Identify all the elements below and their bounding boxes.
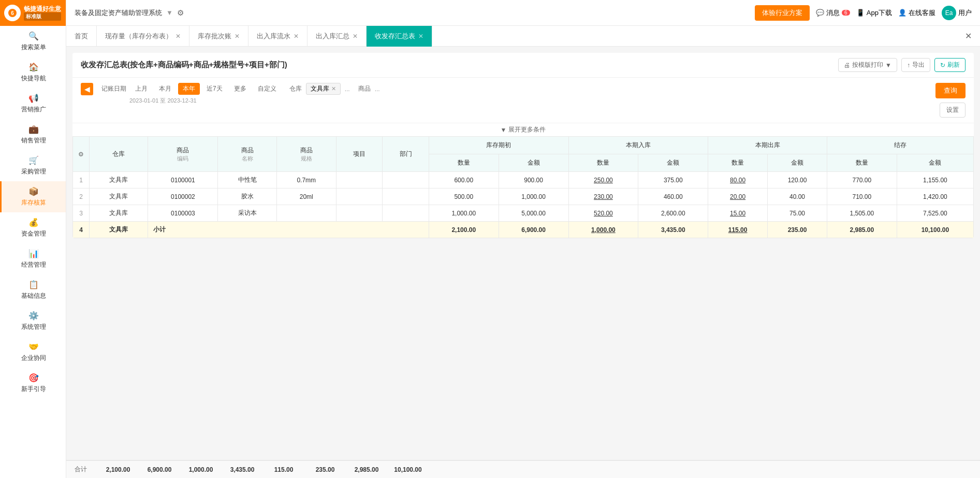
refresh-btn[interactable]: ↻ 刷新 [934,58,966,72]
row-goods-code: 0100003 [148,205,218,222]
set-btn[interactable]: 设置 [940,103,966,118]
app-download-btn[interactable]: 📱 App下载 [856,8,892,18]
row-out-qty[interactable]: 80.00 [708,172,768,189]
online-service-btn[interactable]: 👤 在线客服 [898,8,935,18]
query-btn[interactable]: 查询 [935,83,966,98]
row-close-qty: 710.00 [827,189,897,205]
sub-out-amt: 235.00 [768,222,827,238]
row-in-amt: 375.00 [638,172,708,189]
row-in-qty[interactable]: 520.00 [568,205,638,222]
sub-out-qty[interactable]: 115.00 [708,222,768,238]
row-out-qty[interactable]: 15.00 [708,205,768,222]
sidebar-item-system[interactable]: ⚙️ 系统管理 [0,306,66,337]
sub-warehouse: 文具库 [90,222,148,238]
service-icon: 👤 [898,9,906,17]
th-department: 部门 [383,137,429,172]
footer-label: 合计 [75,465,87,474]
sidebar-item-search[interactable]: 🔍 搜索菜单 [0,26,66,57]
date-btn-this-year[interactable]: 本年 [178,83,200,95]
row-open-qty: 1,000.00 [429,205,499,222]
gear-icon[interactable]: ⚙ [177,8,184,18]
footer-values: 2,100.00 6,900.00 1,000.00 3,435.00 115.… [97,466,972,473]
data-table: ⚙ 仓库 商品编码 商品名称 商品规格 项目 部门 库存期初 本期入库 本期出库… [72,136,974,238]
tab-inout-summary[interactable]: 出入库汇总 ✕ [308,26,367,47]
goods-more-btn[interactable]: ... [375,85,380,93]
row-out-amt: 75.00 [768,205,827,222]
row-num: 1 [73,172,90,189]
tab-close-icon[interactable]: ✕ [353,33,358,40]
sidebar-item-guide[interactable]: 🎯 新手引导 [0,368,66,399]
sidebar-item-label: 经营管理 [21,260,46,269]
tab-home[interactable]: 首页 [66,26,97,47]
tab-inout-flow[interactable]: 出入库流水 ✕ [248,26,308,47]
date-btn-last-month[interactable]: 上月 [130,83,152,95]
warehouse-value: 文具库 [311,84,329,93]
tab-label: 库存批次账 [198,32,231,41]
system-icon: ⚙️ [28,311,39,321]
export-btn[interactable]: ↑ 导出 [901,58,930,72]
date-btn-more[interactable]: 更多 [229,83,251,95]
warehouse-filter: 仓库 文具库 ✕ ... [289,83,350,95]
subtotal-row: 4 文具库 小计 2,100.00 6,900.00 1,000.00 3,43… [73,222,974,238]
messages-label: 消息 [826,8,840,18]
date-btn-custom[interactable]: 自定义 [253,83,281,95]
sub-num: 4 [73,222,90,238]
expand-icon: ▼ [501,126,507,134]
sidebar: 6 畅捷通好生意 标准版 🔍 搜索菜单 🏠 快捷导航 📢 营销推广 💼 销售管理… [0,0,66,478]
user-btn[interactable]: Ea 用户 [942,6,972,20]
filter-fields: 记账日期 上月 本月 本年 近7天 更多 自定义 仓库 [101,83,927,105]
row-in-qty[interactable]: 230.00 [568,189,638,205]
print-btn[interactable]: 🖨 按模版打印 ▼ [838,58,897,72]
sidebar-item-finance[interactable]: 💰 资金管理 [0,212,66,243]
sidebar-item-sales[interactable]: 💼 销售管理 [0,119,66,150]
sidebar-item-label: 库存核算 [21,198,46,207]
sub-in-qty[interactable]: 1,000.00 [568,222,638,238]
th-open-qty: 数量 [429,154,499,172]
row-open-amt: 1,000.00 [499,189,568,205]
row-in-qty[interactable]: 250.00 [568,172,638,189]
date-btn-this-month[interactable]: 本月 [154,83,176,95]
th-goods-code: 商品编码 [148,137,218,172]
row-out-qty[interactable]: 20.00 [708,189,768,205]
print-icon: 🖨 [844,62,850,69]
tab-batch[interactable]: 库存批次账 ✕ [189,26,248,47]
refresh-icon: ↻ [940,62,945,69]
date-filter-label: 记账日期 [101,84,126,93]
sidebar-item-basic-info[interactable]: 📋 基础信息 [0,274,66,306]
filter-action-btns: 查询 设置 [935,83,966,118]
row-open-amt: 900.00 [499,172,568,189]
sub-close-amt: 10,100.00 [897,222,973,238]
messages-btn[interactable]: 💬 消息 6 [816,8,850,18]
th-in-qty: 数量 [568,154,638,172]
warehouse-more-btn[interactable]: ... [345,85,350,93]
row-goods-spec [276,205,336,222]
date-btn-7days[interactable]: 近7天 [202,83,227,95]
table-row: 3 文具库 0100003 采访本 1,000.00 5,000.00 520.… [73,205,974,222]
sidebar-item-marketing[interactable]: 📢 营销推广 [0,88,66,119]
sidebar-item-inventory[interactable]: 📦 库存核算 [0,181,66,212]
avatar: Ea [942,6,956,20]
warehouse-remove-icon[interactable]: ✕ [331,85,336,92]
sidebar-item-operations[interactable]: 📊 经营管理 [0,243,66,274]
try-btn[interactable]: 体验行业方案 [755,5,810,21]
tab-close-icon[interactable]: ✕ [235,33,240,40]
tab-close-icon[interactable]: ✕ [418,33,423,40]
tab-close-icon[interactable]: ✕ [294,33,299,40]
dropdown-arrow[interactable]: ▼ [166,9,173,17]
expand-filter-btn[interactable]: ▼ 展开更多条件 [72,123,974,136]
tabs-bar: 首页 现存量（库存分布表） ✕ 库存批次账 ✕ 出入库流水 ✕ 出入库汇总 ✕ … [66,26,980,47]
sidebar-item-purchase[interactable]: 🛒 采购管理 [0,150,66,181]
sidebar-item-nav[interactable]: 🏠 快捷导航 [0,57,66,88]
marketing-icon: 📢 [28,93,39,103]
sidebar-item-collab[interactable]: 🤝 企业协同 [0,337,66,368]
warehouse-filter-label: 仓库 [289,84,302,93]
tab-inventory-dist[interactable]: 现存量（库存分布表） ✕ [97,26,189,47]
th-opening-group: 库存期初 [429,137,568,154]
table-settings-col[interactable]: ⚙ [73,137,90,172]
tabs-close-all-btn[interactable]: ✕ [957,31,980,41]
tab-close-icon[interactable]: ✕ [175,33,181,40]
th-close-qty: 数量 [827,154,897,172]
tab-stock-summary[interactable]: 收发存汇总表 ✕ [367,26,432,47]
th-open-amt: 金额 [499,154,568,172]
filter-collapse-btn[interactable]: ◀ [81,83,93,95]
